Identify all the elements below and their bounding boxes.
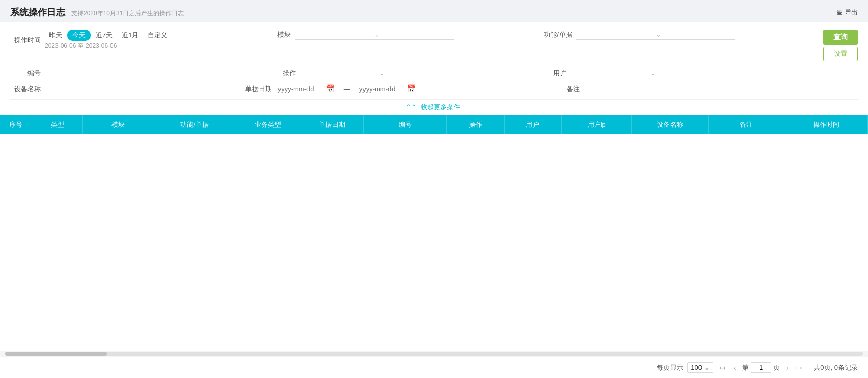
scrollbar-thumb[interactable] (5, 352, 107, 356)
module-label: 模块 (260, 30, 291, 39)
last-page-button[interactable]: ↦ (794, 363, 804, 373)
scrollbar-track[interactable] (5, 352, 863, 356)
time-custom[interactable]: 自定义 (144, 30, 172, 41)
module-filter-item: 模块 ⌄ (260, 30, 454, 40)
time-date-range: 2023-06-06 至 2023-06-06 (45, 42, 172, 50)
op-filter-item: 操作 ⌄ (265, 68, 459, 78)
per-page-select[interactable]: 100 ⌄ (687, 362, 713, 373)
time-7days[interactable]: 近7天 (92, 30, 117, 41)
page-title: 系统操作日志 (10, 6, 65, 18)
prev-page-button[interactable]: ‹ (732, 363, 738, 373)
voucher-date-to-wrapper: 📅 (357, 83, 418, 94)
remark-input[interactable] (584, 84, 743, 94)
voucher-date-filter-item: 单据日期 📅 — 📅 (241, 83, 486, 94)
col-no2: 编号 (363, 115, 446, 134)
time-yesterday[interactable]: 昨天 (45, 30, 66, 41)
page-number-input[interactable] (751, 362, 771, 373)
time-label: 操作时间 (10, 36, 41, 45)
per-page-chevron-icon: ⌄ (704, 364, 710, 371)
export-icon: 🖶 (836, 9, 843, 16)
device-label: 设备名称 (10, 84, 41, 94)
op-select[interactable]: ⌄ (300, 68, 459, 78)
col-type: 类型 (32, 115, 83, 134)
filter-section: 操作时间 昨天 今天 近7天 近1月 自定义 2023-06-06 至 2023… (0, 22, 868, 115)
device-filter-item: 设备名称 (10, 84, 177, 94)
date-dash: — (344, 85, 350, 93)
no-dash: — (113, 70, 120, 77)
time-buttons: 昨天 今天 近7天 近1月 自定义 (45, 30, 172, 41)
export-label: 导出 (845, 8, 858, 17)
voucher-date-from-wrapper: 📅 (276, 83, 337, 94)
remark-label: 备注 (549, 84, 580, 94)
voucher-date-to-input[interactable] (359, 85, 405, 93)
collapse-label: 收起更多条件 (421, 103, 460, 111)
col-op-time: 操作时间 (785, 115, 868, 134)
table-header-row: 序号 类型 模块 功能/单据 业务类型 单据日期 编号 操作 用户 用户ip 设… (0, 115, 868, 134)
first-page-button[interactable]: ↤ (717, 363, 727, 373)
col-no: 序号 (0, 115, 32, 134)
func-label: 功能/单据 (542, 30, 572, 39)
op-label: 操作 (265, 69, 296, 78)
collapse-chevron-icon: ⌃⌃ (406, 103, 417, 111)
user-label: 用户 (536, 69, 567, 78)
page-subtitle: 支持2020年10月31日之后产生的操作日志 (71, 9, 184, 18)
col-op: 操作 (446, 115, 504, 134)
data-table: 序号 类型 模块 功能/单据 业务类型 单据日期 编号 操作 用户 用户ip 设… (0, 115, 868, 134)
voucher-date-from-input[interactable] (278, 85, 324, 93)
time-col: 昨天 今天 近7天 近1月 自定义 2023-06-06 至 2023-06-0… (45, 30, 172, 50)
module-chevron-icon: ⌄ (374, 31, 452, 38)
op-chevron-icon: ⌄ (379, 69, 457, 77)
device-input[interactable] (45, 84, 177, 94)
page-label: 第 (742, 363, 749, 372)
calendar-to-icon[interactable]: 📅 (407, 84, 416, 93)
col-module: 模块 (83, 115, 153, 134)
col-device: 设备名称 (632, 115, 708, 134)
col-user-ip: 用户ip (562, 115, 632, 134)
pagination-bar: 每页显示 100 ⌄ ↤ ‹ 第 页 › ↦ 共0页, 0条记录 (0, 357, 868, 378)
filter-row-2: 编号 — 操作 ⌄ 用户 ⌄ (10, 68, 858, 78)
table-container: 序号 类型 模块 功能/单据 业务类型 单据日期 编号 操作 用户 用户ip 设… (0, 115, 868, 351)
user-chevron-icon: ⌄ (650, 69, 727, 77)
no-filter-item: 编号 — (10, 68, 188, 78)
filter-row-1: 操作时间 昨天 今天 近7天 近1月 自定义 2023-06-06 至 2023… (10, 30, 858, 61)
per-page-label: 每页显示 (657, 363, 683, 372)
time-filter-item: 操作时间 昨天 今天 近7天 近1月 自定义 2023-06-06 至 2023… (10, 30, 172, 50)
time-1month[interactable]: 近1月 (118, 30, 143, 41)
col-remark: 备注 (708, 115, 785, 134)
per-page-value: 100 (691, 364, 702, 371)
title-area: 系统操作日志 支持2020年10月31日之后产生的操作日志 (10, 6, 184, 18)
page-container: 系统操作日志 支持2020年10月31日之后产生的操作日志 🖶 导出 操作时间 … (0, 0, 868, 378)
remark-filter-item: 备注 (549, 84, 743, 94)
total-info: 共0页, 0条记录 (814, 363, 858, 372)
collapse-bar[interactable]: ⌃⌃ 收起更多条件 (10, 99, 858, 115)
scrollbar-area (0, 351, 868, 357)
col-user: 用户 (504, 115, 562, 134)
calendar-from-icon[interactable]: 📅 (326, 84, 334, 93)
func-select[interactable]: ⌄ (576, 30, 735, 40)
func-chevron-icon: ⌄ (656, 31, 733, 38)
no-input-to[interactable] (127, 68, 188, 78)
col-biz-type: 业务类型 (236, 115, 300, 134)
action-buttons: 查询 设置 (823, 30, 858, 61)
user-select[interactable]: ⌄ (571, 68, 730, 78)
next-page-button[interactable]: › (784, 363, 791, 373)
filter-row-3: 设备名称 单据日期 📅 — 📅 备注 (10, 83, 858, 94)
page-unit: 页 (773, 363, 780, 372)
page-info: 第 页 (742, 362, 780, 373)
no-label: 编号 (10, 69, 41, 78)
setting-button[interactable]: 设置 (823, 47, 858, 61)
col-voucher-date: 单据日期 (300, 115, 363, 134)
func-filter-item: 功能/单据 ⌄ (542, 30, 735, 40)
export-button[interactable]: 🖶 导出 (836, 8, 858, 17)
col-func: 功能/单据 (153, 115, 236, 134)
user-filter-item: 用户 ⌄ (536, 68, 730, 78)
no-input-from[interactable] (45, 68, 106, 78)
query-button[interactable]: 查询 (823, 30, 858, 45)
voucher-date-label: 单据日期 (241, 84, 272, 94)
page-header: 系统操作日志 支持2020年10月31日之后产生的操作日志 🖶 导出 (0, 0, 868, 22)
module-select[interactable]: ⌄ (295, 30, 454, 40)
time-today[interactable]: 今天 (67, 30, 91, 41)
